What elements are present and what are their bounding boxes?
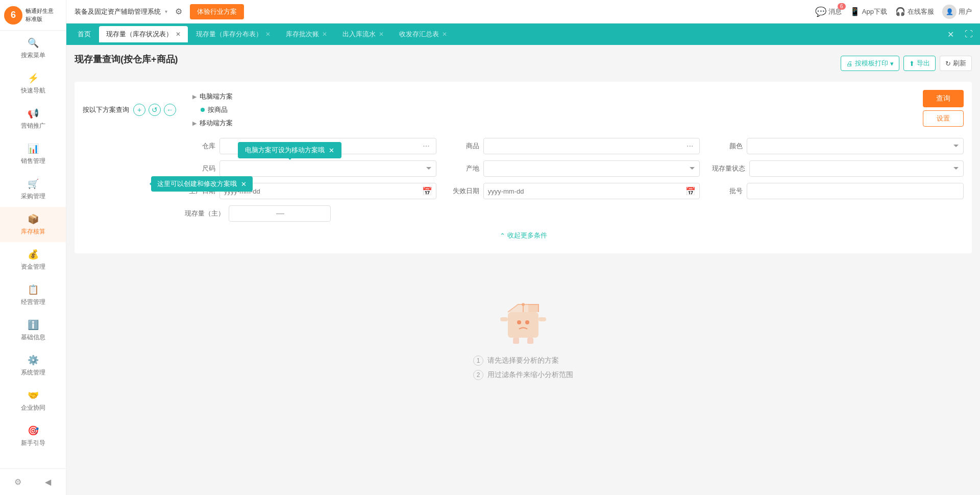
sidebar-item-marketing[interactable]: 📢 营销推广 — [0, 101, 66, 136]
pc-scheme-arrow: ▶ — [192, 93, 197, 100]
tab-close-receive-summary[interactable]: ✕ — [442, 31, 447, 38]
collapse-bar[interactable]: ⌃ 收起更多条件 — [83, 226, 964, 245]
size-select[interactable] — [219, 160, 436, 177]
scheme-tooltip[interactable]: 电脑方案可设为移动方案哦 ✕ — [238, 142, 341, 158]
svg-point-4 — [522, 303, 525, 306]
sidebar-item-operations[interactable]: 📋 经营管理 — [0, 277, 66, 313]
color-select[interactable] — [747, 138, 964, 154]
svg-point-1 — [517, 320, 521, 324]
tab-close-inout-flow[interactable]: ✕ — [379, 31, 384, 38]
svg-rect-5 — [500, 317, 508, 321]
template-print-btn[interactable]: 🖨 按模板打印 ▾ — [841, 56, 899, 71]
sidebar-item-base-info[interactable]: ℹ️ 基础信息 — [0, 313, 66, 348]
mobile-scheme-item[interactable]: ▶ 移动端方案 — [188, 116, 237, 130]
sidebar-item-inventory[interactable]: 📦 库存核算 — [0, 207, 66, 242]
refresh-icon: ↻ — [945, 60, 951, 67]
stock-status-select[interactable] — [749, 160, 964, 177]
pc-scheme-item[interactable]: ▶ 电脑端方案 — [188, 90, 237, 103]
tab-inventory-status[interactable]: 现存量（库存状况表） ✕ — [99, 26, 188, 42]
sidebar-item-guide[interactable]: 🎯 新手引导 — [0, 418, 66, 454]
query-header: 按以下方案查询 + ↺ ← ▶ 电脑端方案 按商品 — [83, 90, 964, 130]
app-download-item[interactable]: 📱 App下载 — [850, 7, 887, 16]
origin-select[interactable] — [483, 160, 700, 177]
enterprise-icon: 🤝 — [27, 389, 39, 402]
create-tooltip-close[interactable]: ✕ — [241, 180, 247, 188]
tip-1-num: 1 — [473, 356, 483, 366]
setup-btn[interactable]: 设置 — [923, 110, 964, 127]
stock-main-range-wrap: — — [229, 205, 331, 222]
collapse-sidebar-btn[interactable]: ◀ — [34, 473, 62, 491]
stock-main-min-input[interactable] — [233, 210, 274, 218]
tab-close-all-btn[interactable]: ✕ — [943, 27, 958, 41]
svg-rect-6 — [538, 317, 546, 321]
expire-date-input[interactable] — [483, 183, 700, 199]
top-header: 装备及固定资产辅助管理系统 ▾ ⚙ 体验行业方案 💬 消息 6 📱 App下载 … — [66, 0, 980, 23]
tab-home[interactable]: 首页 — [70, 26, 98, 42]
tab-batch-ledger[interactable]: 库存批次账 ✕ — [279, 26, 334, 42]
create-tooltip[interactable]: 这里可以创建和修改方案哦 ✕ — [151, 176, 253, 192]
tab-maximize-btn[interactable]: ⛶ — [962, 27, 976, 41]
finance-icon: 💰 — [27, 248, 39, 261]
page-header-area: 现存量查询(按仓库+商品) 🖨 按模板打印 ▾ ⬆ 导出 ↻ 刷新 — [75, 53, 972, 74]
content-area: 现存量查询(按仓库+商品) 🖨 按模板打印 ▾ ⬆ 导出 ↻ 刷新 — [66, 45, 980, 495]
export-btn[interactable]: ⬆ 导出 — [903, 56, 936, 71]
message-item[interactable]: 💬 消息 6 — [815, 6, 842, 17]
operations-icon: 📋 — [27, 284, 39, 296]
arrow-scheme-btn[interactable]: ← — [164, 104, 176, 116]
marketing-icon: 📢 — [27, 107, 39, 120]
produce-date-calendar-icon[interactable]: 📅 — [422, 186, 432, 196]
field-goods-label: 商品 — [449, 142, 479, 151]
pc-scheme-sub-item[interactable]: 按商品 — [188, 103, 237, 116]
sidebar-item-system[interactable]: ⚙️ 系统管理 — [0, 348, 66, 383]
empty-tip-2: 2 用过滤条件来缩小分析范围 — [473, 370, 573, 380]
svg-rect-8 — [527, 338, 533, 344]
message-badge: 6 — [838, 3, 846, 10]
goods-dots[interactable]: ··· — [684, 142, 695, 151]
warehouse-dots[interactable]: ··· — [421, 142, 431, 151]
tab-close-inventory-status[interactable]: ✕ — [176, 31, 181, 38]
sidebar-item-finance[interactable]: 💰 资金管理 — [0, 242, 66, 277]
field-stock-main-label: 现存量（主） — [185, 209, 225, 218]
sidebar-item-search-menu[interactable]: 🔍 搜索菜单 — [0, 31, 66, 66]
batch-no-input[interactable] — [747, 183, 964, 199]
dropdown-arrow-print: ▾ — [890, 60, 894, 67]
field-size-label: 尺码 — [185, 164, 215, 173]
query-header-label: 按以下方案查询 — [83, 105, 129, 114]
empty-state: 1 请先选择要分析的方案 2 用过滤条件来缩小分析范围 — [75, 253, 972, 421]
sidebar-item-quick-nav[interactable]: ⚡ 快速导航 — [0, 66, 66, 101]
base-info-icon: ℹ️ — [27, 319, 39, 331]
sidebar-item-enterprise[interactable]: 🤝 企业协同 — [0, 383, 66, 418]
tab-inout-flow[interactable]: 出入库流水 ✕ — [335, 26, 391, 42]
sidebar-item-sales[interactable]: 📊 销售管理 — [0, 136, 66, 172]
scheme-list: ▶ 电脑端方案 按商品 ▶ 移动端方案 — [188, 90, 237, 130]
add-scheme-btn[interactable]: + — [133, 104, 145, 116]
user-item[interactable]: 👤 用户 — [942, 5, 972, 19]
online-service-item[interactable]: 🎧 在线客服 — [895, 7, 934, 16]
form-row-2: 尺码 产地 现存量状态 — [185, 160, 964, 177]
system-dropdown-arrow[interactable]: ▾ — [165, 9, 167, 14]
scheme-tooltip-close[interactable]: ✕ — [329, 147, 334, 154]
svg-rect-0 — [508, 312, 538, 338]
logo-icon: 6 — [4, 6, 22, 25]
empty-illustration — [493, 294, 554, 345]
settings-icon[interactable]: ⚙ — [172, 5, 186, 19]
tab-receive-summary[interactable]: 收发存汇总表 ✕ — [392, 26, 454, 42]
avatar: 👤 — [942, 5, 957, 19]
stock-main-max-input[interactable] — [286, 210, 327, 218]
refresh-scheme-btn[interactable]: ↺ — [149, 104, 161, 116]
expire-date-calendar-icon[interactable]: 📅 — [685, 186, 696, 196]
sidebar-item-purchase[interactable]: 🛒 采购管理 — [0, 172, 66, 207]
tab-close-batch-ledger[interactable]: ✕ — [322, 31, 327, 38]
purchase-icon: 🛒 — [27, 178, 39, 190]
field-warehouse-label: 仓库 — [185, 142, 215, 151]
page-title: 现存量查询(按仓库+商品) — [75, 53, 178, 65]
settings-bottom-btn[interactable]: ⚙ — [4, 473, 32, 491]
experience-btn[interactable]: 体验行业方案 — [190, 4, 244, 19]
tab-close-inventory-dist[interactable]: ✕ — [265, 31, 271, 38]
empty-tip-1: 1 请先选择要分析的方案 — [473, 356, 573, 366]
field-goods: 商品 ··· — [449, 138, 700, 154]
query-btn[interactable]: 查询 — [923, 90, 964, 107]
tab-inventory-dist[interactable]: 现存量（库存分布表） ✕ — [189, 26, 278, 42]
refresh-btn[interactable]: ↻ 刷新 — [940, 56, 972, 71]
form-row-3: 生产日期 📅 失效日期 📅 批号 — [185, 183, 964, 199]
